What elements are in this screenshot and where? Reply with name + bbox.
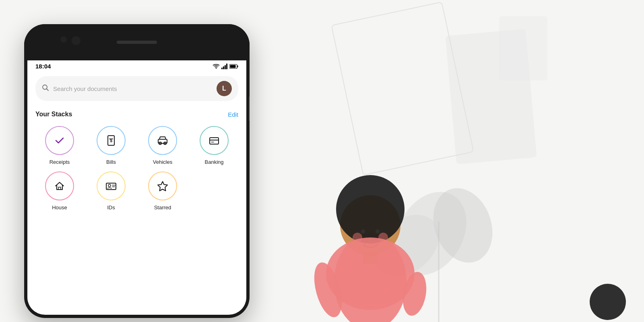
search-placeholder-text: Search your documents (53, 85, 213, 92)
svg-rect-38 (106, 183, 116, 190)
user-avatar[interactable]: L (217, 81, 232, 96)
search-icon (42, 84, 49, 93)
banking-icon-circle (200, 126, 229, 155)
receipts-check-icon (53, 134, 66, 147)
banking-label: Banking (205, 159, 224, 165)
svg-rect-22 (226, 64, 227, 69)
starred-label: Starred (154, 204, 171, 211)
wifi-icon (213, 64, 220, 69)
stack-item-starred[interactable]: Starred (138, 171, 187, 211)
edit-button[interactable]: Edit (228, 111, 238, 118)
bills-icon: $ (105, 134, 118, 147)
svg-point-39 (108, 184, 111, 187)
bills-label: Bills (106, 159, 116, 165)
stacks-grid: Receipts $ Bills (35, 126, 238, 211)
svg-marker-42 (158, 182, 167, 191)
status-icons (213, 64, 238, 69)
svg-rect-19 (221, 68, 223, 69)
ids-icon (105, 180, 118, 192)
phone-screen: 18:04 (27, 60, 246, 315)
svg-point-10 (361, 229, 365, 233)
svg-rect-2 (499, 16, 547, 80)
vehicles-icon-circle (148, 126, 177, 155)
bills-icon-circle: $ (97, 126, 126, 155)
front-camera-2 (72, 36, 80, 45)
stack-item-vehicles[interactable]: Vehicles (138, 126, 187, 165)
stack-item-banking[interactable]: Banking (190, 126, 238, 165)
front-camera (60, 36, 67, 43)
svg-point-9 (336, 175, 405, 244)
status-bar: 18:04 (27, 60, 246, 71)
stacks-header: Your Stacks Edit (35, 111, 238, 118)
svg-rect-34 (210, 138, 219, 144)
vehicles-label: Vehicles (153, 159, 172, 165)
svg-point-18 (590, 284, 626, 320)
receipts-label: Receipts (50, 159, 70, 165)
receipts-icon-circle (45, 126, 74, 155)
phone-mockup: 18:04 (24, 24, 250, 318)
vehicles-icon (156, 134, 169, 147)
background-illustration (258, 0, 644, 322)
phone-frame: 18:04 (24, 24, 250, 318)
svg-rect-25 (230, 65, 236, 68)
stack-item-bills[interactable]: $ Bills (87, 126, 135, 165)
house-icon (53, 180, 66, 192)
ids-label: IDs (107, 204, 115, 211)
svg-rect-21 (225, 65, 226, 69)
phone-top-hardware (24, 24, 250, 60)
stack-item-house[interactable]: House (35, 171, 84, 211)
svg-point-11 (376, 229, 380, 233)
stack-item-ids[interactable]: IDs (87, 171, 135, 211)
status-time: 18:04 (35, 63, 51, 70)
house-label: House (52, 204, 67, 211)
svg-line-27 (47, 89, 49, 91)
search-bar[interactable]: Search your documents L (35, 76, 238, 101)
phone-side-button (249, 97, 250, 121)
banking-icon (208, 134, 221, 147)
app-content: Search your documents L Your Stacks Edit (27, 71, 246, 312)
phone-speaker (117, 41, 157, 44)
svg-rect-24 (237, 65, 238, 67)
star-icon (156, 180, 169, 192)
svg-rect-20 (223, 66, 224, 69)
stacks-title: Your Stacks (35, 111, 72, 118)
starred-icon-circle (148, 171, 177, 200)
house-icon-circle (45, 171, 74, 200)
stack-item-receipts[interactable]: Receipts (35, 126, 84, 165)
signal-icon (221, 64, 228, 69)
battery-icon (229, 64, 238, 69)
ids-icon-circle (97, 171, 126, 200)
